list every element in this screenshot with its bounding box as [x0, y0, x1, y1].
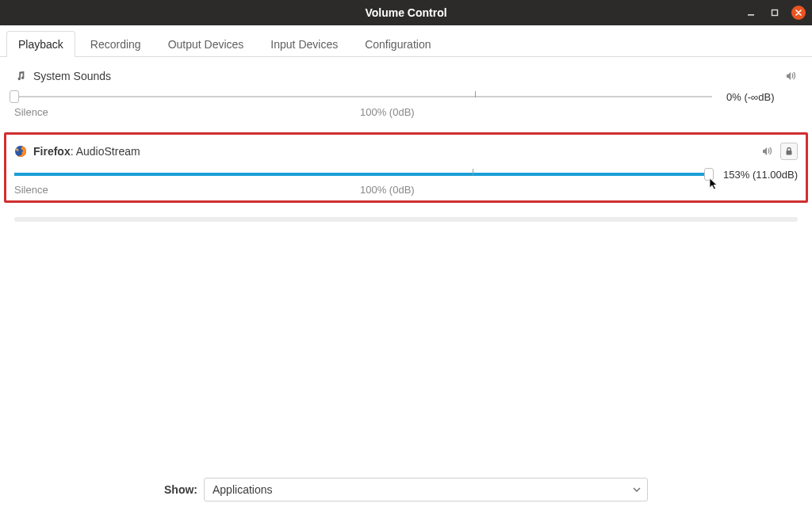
scale-label-silence: Silence — [14, 106, 48, 118]
tab-configuration[interactable]: Configuration — [353, 31, 442, 57]
slider-tick-100 — [475, 91, 476, 97]
scale-labels: Silence 100% (0dB) — [14, 184, 798, 196]
window-title: Volume Control — [365, 6, 446, 19]
volume-slider[interactable] — [14, 166, 709, 182]
stream-actions — [785, 70, 798, 82]
mute-button[interactable] — [785, 70, 798, 82]
volume-slider[interactable] — [14, 89, 712, 105]
tab-label: Recording — [90, 38, 141, 51]
lock-channels-button[interactable] — [780, 143, 798, 160]
scale-labels: Silence 100% (0dB) — [14, 106, 798, 118]
stream-system-sounds: System Sounds 0% (-∞dB) Silence 100% (0d… — [14, 70, 798, 118]
mute-button[interactable] — [761, 145, 774, 158]
stream-header: System Sounds — [14, 70, 798, 82]
stream-app-name: Firefox — [33, 145, 71, 158]
slider-track — [14, 96, 712, 97]
tab-label: Output Devices — [168, 38, 244, 51]
bottom-bar: Show: Applications — [0, 478, 812, 501]
scale-label-spacer — [726, 184, 798, 196]
slider-row: 153% (11.00dB) — [14, 166, 798, 182]
maximize-button[interactable] — [768, 6, 782, 20]
scale-label-spacer — [726, 106, 798, 118]
stream-title: Firefox: AudioStream — [33, 145, 140, 158]
show-label: Show: — [164, 483, 197, 496]
stream-header: Firefox: AudioStream — [14, 143, 798, 160]
tab-output-devices[interactable]: Output Devices — [156, 31, 256, 57]
chevron-down-icon — [633, 486, 641, 494]
svg-rect-0 — [748, 14, 754, 16]
slider-thumb[interactable] — [704, 168, 714, 181]
show-dropdown[interactable]: Applications — [204, 478, 648, 501]
window-controls — [744, 0, 806, 25]
svg-rect-3 — [787, 151, 792, 155]
stream-name: AudioStream — [76, 145, 140, 158]
scale-label-silence: Silence — [14, 184, 48, 196]
minimize-button[interactable] — [744, 6, 758, 20]
tab-label: Playback — [18, 38, 63, 51]
scale-label-100: 100% (0dB) — [48, 106, 726, 118]
volume-readout: 0% (-∞dB) — [726, 91, 798, 103]
close-button[interactable] — [791, 6, 806, 20]
titlebar: Volume Control — [0, 0, 812, 25]
stream-title-separator: : — [71, 145, 76, 158]
volume-readout: 153% (11.00dB) — [723, 169, 798, 181]
tab-playback[interactable]: Playback — [6, 31, 75, 57]
dropdown-value: Applications — [213, 483, 273, 496]
tab-recording[interactable]: Recording — [79, 31, 153, 57]
tab-input-devices[interactable]: Input Devices — [259, 31, 350, 57]
slider-row: 0% (-∞dB) — [14, 89, 798, 105]
slider-fill — [14, 173, 709, 176]
tabs: Playback Recording Output Devices Input … — [0, 25, 812, 57]
horizontal-scrollbar[interactable] — [14, 217, 798, 222]
stream-firefox: Firefox: AudioStream 153% — [4, 132, 808, 203]
playback-content: System Sounds 0% (-∞dB) Silence 100% (0d… — [0, 57, 812, 477]
stream-title: System Sounds — [33, 70, 111, 82]
slider-tick-100 — [473, 169, 473, 175]
firefox-icon — [14, 145, 27, 158]
tab-label: Configuration — [365, 38, 431, 51]
slider-thumb[interactable] — [10, 90, 19, 103]
tab-label: Input Devices — [270, 38, 338, 51]
music-note-icon — [14, 70, 27, 82]
stream-app-name: System Sounds — [33, 70, 111, 82]
scale-label-100: 100% (0dB) — [48, 184, 726, 196]
stream-actions — [761, 143, 798, 160]
svg-rect-1 — [772, 10, 778, 16]
